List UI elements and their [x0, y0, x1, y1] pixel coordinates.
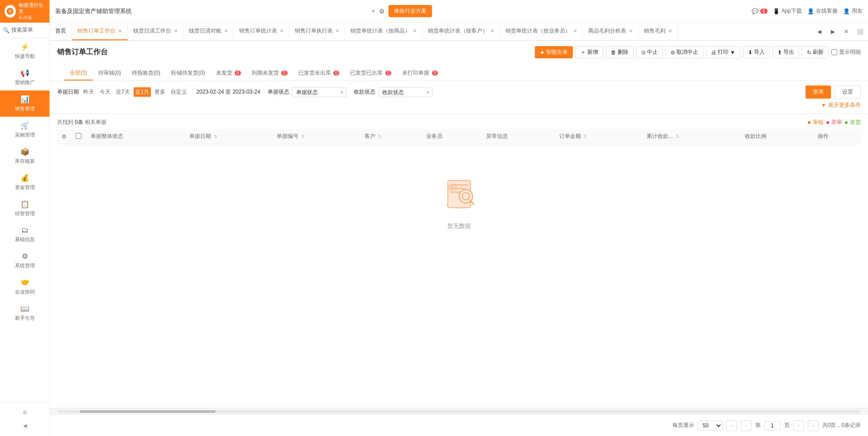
sub-tab-wangpu[interactable]: 旺铺待发货(0): [166, 66, 211, 81]
sidebar-search[interactable]: 🔍 搜索菜单: [0, 23, 49, 38]
sub-tab-not-printed[interactable]: 未打印单据 0: [397, 66, 443, 81]
data-table: ⚙ 单据整体状态 单据日期 ⇅ 单据编号 ⇅: [57, 129, 861, 144]
tab-sales-product-stats[interactable]: 销货单统计表（按商品） ✕: [345, 23, 422, 40]
tab-cash-reconcile-close[interactable]: ✕: [224, 28, 228, 33]
tab-sales-exec-close[interactable]: ✕: [336, 28, 339, 33]
sub-tab-shipped-not-out[interactable]: 已发货未出库 0: [293, 66, 345, 81]
tab-sales-customer-stats[interactable]: 销货单统计表（按客户） ✕: [422, 23, 500, 40]
tab-cash-reconcile[interactable]: 钱货日清对账 ✕: [183, 23, 234, 40]
th-salesperson[interactable]: 业务员: [422, 129, 482, 144]
sub-tab-shipped-out[interactable]: 已发货已出库 0: [345, 66, 397, 81]
tab-sales-profit-close[interactable]: ✕: [668, 28, 672, 33]
export-btn[interactable]: ⬆ 导出: [772, 46, 799, 58]
smart-create-btn[interactable]: ★ 智能生单: [535, 46, 573, 58]
sidebar-item-quick[interactable]: ⚡ 快捷导航: [0, 38, 49, 64]
tab-product-margin[interactable]: 商品毛利分析表 ✕: [583, 23, 638, 40]
tab-close-all[interactable]: ✕: [840, 23, 853, 40]
tab-home[interactable]: 首页: [50, 23, 72, 40]
sidebar-collapse-btn[interactable]: ◀: [0, 419, 49, 432]
th-collected[interactable]: 累计收款... ⇅: [642, 129, 740, 144]
sidebar-item-purchase[interactable]: 🛒 采购管理: [0, 117, 49, 143]
th-settings[interactable]: ⚙: [57, 129, 71, 144]
tab-sales-staff-close[interactable]: ✕: [573, 28, 577, 33]
add-btn[interactable]: ＋ 新增: [575, 46, 603, 58]
sub-tab-pending-check[interactable]: 待拣验货(0): [126, 66, 166, 81]
total-info: 共0页，0条记录: [822, 422, 861, 429]
date-opt-custom[interactable]: 自定义: [169, 87, 189, 97]
th-amount[interactable]: 订单金额 ⇅: [555, 129, 642, 144]
ship-action-btn[interactable]: 发货: [845, 118, 861, 126]
scroll-track[interactable]: [57, 410, 861, 413]
scroll-bar-area[interactable]: [50, 408, 868, 414]
date-opt-more[interactable]: 更多: [153, 87, 167, 97]
status-select[interactable]: 单据状态: [292, 87, 346, 97]
sub-tab-all[interactable]: 全部(0): [64, 66, 93, 81]
first-page-btn[interactable]: «: [726, 420, 737, 431]
sidebar-item-system[interactable]: ⚙ 系统管理: [0, 247, 49, 274]
next-page-btn[interactable]: ›: [793, 420, 804, 431]
import-btn[interactable]: ⬇ 导入: [743, 46, 770, 58]
experience-btn[interactable]: 体验行业方案: [388, 5, 432, 17]
tab-sales-exec[interactable]: 销售订单执行表 ✕: [289, 23, 345, 40]
tab-sales-staff-stats[interactable]: 销货单统计表（按业务员） ✕: [500, 23, 583, 40]
sub-tab-expired-ship[interactable]: 到期未发货 0: [246, 66, 293, 81]
suspend-btn[interactable]: ⊙ 中止: [636, 46, 663, 58]
tab-sales-stats-close[interactable]: ✕: [280, 28, 283, 33]
page-input[interactable]: [764, 421, 781, 430]
sidebar-item-sales[interactable]: 📊 销售管理: [0, 90, 49, 117]
tab-sales-stats[interactable]: 销售订单统计表 ✕: [234, 23, 289, 40]
tab-scroll-right[interactable]: ▶: [826, 23, 839, 40]
show-detail-checkbox[interactable]: 显示明细: [831, 48, 861, 56]
page-title-row: 销售订单工作台 ★ 智能生单 ＋ 新增 🗑 删除 ⊙: [57, 46, 861, 58]
print-btn[interactable]: 🖨 打印 ▼: [706, 46, 740, 58]
tab-sales-product-close[interactable]: ✕: [413, 28, 417, 33]
sidebar-item-inventory[interactable]: 📦 库存核算: [0, 143, 49, 169]
show-detail-input[interactable]: [831, 49, 837, 55]
last-page-btn[interactable]: »: [808, 420, 819, 431]
message-link[interactable]: 💬 6: [752, 8, 767, 14]
sidebar-item-marketing[interactable]: 📢 营销推广: [0, 64, 49, 90]
sidebar-item-operations[interactable]: 📋 经营管理: [0, 195, 49, 222]
th-customer[interactable]: 客户 ⇅: [360, 129, 422, 144]
th-number[interactable]: 单据编号 ⇅: [272, 129, 360, 144]
th-date[interactable]: 单据日期 ⇅: [185, 129, 272, 144]
date-opt-1month[interactable]: 近1月: [134, 87, 151, 97]
sidebar-item-finance[interactable]: 💰 资金管理: [0, 169, 49, 195]
select-all-checkbox[interactable]: [76, 133, 82, 139]
sidebar-item-basic[interactable]: 🗂 基础信息: [0, 222, 49, 247]
cancel-suspend-btn[interactable]: ⊘ 取消中止: [666, 46, 703, 58]
date-opt-today[interactable]: 今天: [98, 87, 112, 97]
tab-product-margin-close[interactable]: ✕: [629, 28, 633, 33]
sub-tab-pending[interactable]: 待审核(0): [93, 66, 127, 81]
tab-maximize[interactable]: ⬜: [854, 23, 866, 40]
sidebar-item-guide[interactable]: 📖 新手引导: [0, 300, 49, 326]
app-download-link[interactable]: 📱 App下载: [773, 7, 802, 15]
tab-sales-workbench[interactable]: 销售订单工作台 ✕: [72, 23, 128, 40]
tab-sales-workbench-close[interactable]: ✕: [118, 28, 122, 33]
tab-cash-daily[interactable]: 钱货日清工作台 ✕: [128, 23, 183, 40]
user-menu[interactable]: 👤 用友: [843, 7, 863, 15]
cancel-action-btn[interactable]: 弃审: [826, 118, 842, 126]
sub-tab-not-shipped[interactable]: 未发货 0: [211, 66, 246, 81]
review-action-btn[interactable]: 审核: [808, 118, 824, 126]
tab-scroll-left[interactable]: ◀: [813, 23, 825, 40]
online-service-link[interactable]: 👤 在线客服: [807, 7, 838, 15]
filter-settings-btn[interactable]: 设置: [834, 85, 861, 99]
header-settings-icon[interactable]: ⚙: [379, 8, 385, 15]
refresh-btn[interactable]: ↻ 刷新: [802, 46, 829, 58]
tab-sales-customer-close[interactable]: ✕: [490, 28, 494, 33]
th-checkbox[interactable]: [71, 129, 86, 144]
expand-btn[interactable]: ▼ 展开更多条件: [821, 101, 861, 109]
tab-cash-daily-close[interactable]: ✕: [174, 28, 177, 33]
date-opt-yesterday[interactable]: 昨天: [82, 87, 96, 97]
payment-select[interactable]: 收款状态: [378, 87, 432, 97]
scroll-thumb[interactable]: [80, 410, 216, 413]
prev-page-btn[interactable]: ‹: [741, 420, 752, 431]
sidebar-item-enterprise[interactable]: 🤝 企业协同: [0, 274, 49, 300]
date-opt-7days[interactable]: 近7天: [114, 87, 132, 97]
delete-btn[interactable]: 🗑 删除: [606, 46, 633, 58]
sidebar-settings-btn[interactable]: ⚙: [0, 406, 49, 419]
query-btn[interactable]: 查询: [806, 85, 831, 99]
tab-sales-profit[interactable]: 销售毛利 ✕: [638, 23, 678, 40]
page-size-select[interactable]: 50 10 20 100: [698, 421, 723, 431]
